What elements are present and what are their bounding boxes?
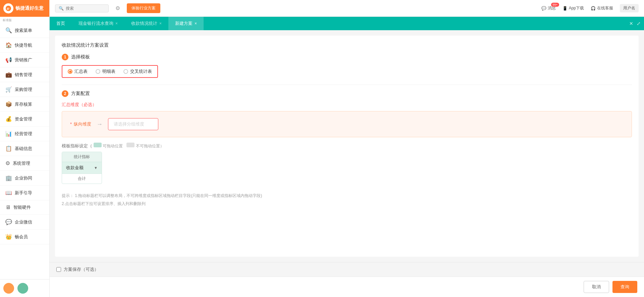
metric-table: 统计指标 收款金额 ▼ 合计: [62, 152, 102, 184]
sidebar-item-cooperation[interactable]: 🏢 企业协同: [0, 171, 49, 186]
member-icon: 👑: [5, 234, 12, 240]
radio-summary[interactable]: [68, 69, 72, 74]
tab-new-plan-close[interactable]: ×: [195, 21, 197, 26]
user-avatar2[interactable]: [17, 283, 28, 294]
trial-button[interactable]: 体验行业方案: [127, 3, 160, 13]
sidebar-item-hardware[interactable]: 🖥 智能硬件: [0, 200, 49, 215]
template-options: 汇总表 明细表 交叉统计表: [62, 65, 158, 78]
notification-item[interactable]: 💬 消息 99+: [541, 5, 556, 11]
search-icon: 🔍: [5, 27, 12, 34]
arrow-icon: →: [97, 121, 103, 128]
step2-header: 2 方案配置: [62, 90, 632, 97]
template-detail[interactable]: 明细表: [96, 68, 115, 75]
sidebar-item-system[interactable]: ⚙ 系统管理: [0, 156, 49, 171]
sidebar-item-purchase[interactable]: 🛒 采购管理: [0, 82, 49, 97]
sidebar-item-marketing[interactable]: 📢 营销推广: [0, 53, 49, 67]
step1-title: 选择模板: [71, 54, 90, 60]
edition-badge: 标准版: [0, 17, 49, 23]
radio-cross[interactable]: [123, 69, 128, 74]
sidebar-item-nav[interactable]: 🏠 快捷导航: [0, 38, 49, 53]
sales-icon: 💼: [5, 71, 12, 78]
sidebar-item-label: 销售管理: [15, 72, 32, 78]
expand-icon[interactable]: ⤢: [637, 21, 641, 26]
settings-icon[interactable]: ⚙: [115, 5, 120, 11]
sidebar-item-inventory[interactable]: 📦 库存核算: [0, 97, 49, 112]
sidebar-item-label: 企业协同: [15, 175, 32, 181]
sidebar-item-basic-info[interactable]: 📋 基础信息: [0, 141, 49, 156]
save-checkbox[interactable]: [56, 267, 61, 272]
tab-home[interactable]: 首页: [50, 17, 72, 30]
nav-tabs: 首页 现金银行流水查询 × 收款情况统计 × 新建方案 × ✕ ⤢: [50, 17, 644, 30]
marketing-icon: 📢: [5, 57, 12, 63]
sidebar-item-management[interactable]: 📊 经营管理: [0, 127, 49, 141]
template-detail-label: 明细表: [102, 68, 115, 75]
online-support-label: 在线客服: [597, 5, 613, 11]
dropdown-icon[interactable]: ▼: [94, 166, 98, 170]
query-button[interactable]: 查询: [612, 281, 637, 293]
template-summary[interactable]: 汇总表: [68, 68, 88, 75]
search-icon-topbar: 🔍: [59, 6, 64, 11]
radio-detail[interactable]: [96, 69, 100, 74]
metric-cell-label: 收款金额: [66, 165, 84, 171]
hardware-icon: 🖥: [5, 204, 11, 210]
inventory-icon: 📦: [5, 101, 12, 107]
tab-new-plan-label: 新建方案: [175, 20, 193, 27]
tab-collection-stats[interactable]: 收款情况统计 ×: [124, 17, 168, 30]
search-input[interactable]: [66, 6, 106, 11]
info-icon: 📋: [5, 145, 12, 152]
tab-bank-flow[interactable]: 现金银行流水查询 ×: [72, 17, 124, 30]
step1-section: 1 选择模板 汇总表 明细表: [62, 54, 632, 78]
svg-text:好: 好: [6, 7, 10, 10]
tab-collection-stats-label: 收款情况统计: [131, 20, 157, 27]
tip1: 提示： 1.拖动标题栏可以调整布局，不可跨维度或指标区域拖动栏目字段(只能在同一…: [62, 192, 632, 200]
dimension-row: * 纵向维度 → 请选择分组维度: [70, 118, 624, 130]
step2-number: 2: [62, 90, 68, 97]
metric-cell-amount[interactable]: 收款金额 ▼: [62, 162, 102, 174]
close-all-icon[interactable]: ✕: [629, 21, 633, 26]
cancel-button[interactable]: 取消: [584, 281, 609, 293]
sidebar-item-search[interactable]: 🔍 搜索菜单: [0, 23, 49, 38]
sidebar-item-wechat[interactable]: 💬 企业微信: [0, 215, 49, 230]
online-support-item[interactable]: 🎧 在线客服: [591, 5, 613, 11]
support-icon: 🎧: [591, 6, 596, 11]
page-card: 收款情况统计方案设置 1 选择模板 汇总表 明细表: [55, 36, 639, 257]
app-logo: 好 畅捷通好生意: [0, 0, 49, 17]
tab-new-plan[interactable]: 新建方案 ×: [168, 17, 204, 30]
topbar-right: 💬 消息 99+ 📱 App下载 🎧 在线客服 用户名: [541, 4, 639, 12]
cooperation-icon: 🏢: [5, 175, 12, 181]
required-mark: *: [70, 121, 72, 127]
search-box[interactable]: 🔍: [55, 4, 109, 12]
sidebar-item-finance[interactable]: 💰 资金管理: [0, 112, 49, 127]
sidebar-item-label: 资金管理: [15, 116, 32, 122]
purchase-icon: 🛒: [5, 86, 12, 93]
dimension-label-text: 汇总维度（必选）: [62, 102, 97, 107]
dimension-select[interactable]: 请选择分组维度: [108, 118, 158, 130]
sidebar-item-guide[interactable]: 📖 新手引导: [0, 186, 49, 200]
sidebar-item-label: 企业微信: [15, 219, 32, 225]
nav-tabs-actions: ✕ ⤢: [629, 21, 644, 26]
management-icon: 📊: [5, 131, 12, 137]
dimension-config-label: 汇总维度（必选）: [62, 102, 632, 108]
metric-header: 统计指标: [62, 152, 102, 162]
page-content: 收款情况统计方案设置 1 选择模板 汇总表 明细表: [50, 30, 644, 262]
hint-nondraggable-box: [126, 143, 135, 147]
template-cross-label: 交叉统计表: [130, 68, 152, 75]
tab-bank-flow-close[interactable]: ×: [115, 21, 118, 26]
username-display: 用户名: [623, 6, 635, 10]
sidebar-item-sales[interactable]: 💼 销售管理: [0, 67, 49, 82]
save-section: 方案保存（可选）: [50, 262, 644, 277]
app-download-label: App下载: [569, 5, 584, 11]
template-cross[interactable]: 交叉统计表: [123, 68, 152, 75]
sidebar-item-member[interactable]: 👑 畅会员: [0, 230, 49, 244]
guide-icon: 📖: [5, 190, 12, 196]
user-info[interactable]: 用户名: [620, 4, 639, 12]
tip2: 2.点击标题栏下拉可设置排序、插入列和删除列: [62, 200, 632, 208]
dimension-placeholder: 请选择分组维度: [114, 121, 144, 127]
tab-collection-stats-close[interactable]: ×: [159, 21, 162, 26]
app-download-item[interactable]: 📱 App下载: [562, 5, 584, 11]
vertical-dimension-label: * 纵向维度: [70, 121, 91, 127]
metric-subtotal: 合计: [62, 174, 102, 184]
sidebar: 好 畅捷通好生意 标准版 🔍 搜索菜单 🏠 快捷导航 📢 营销推广 💼 销售管理…: [0, 0, 50, 297]
logo-icon: 好: [3, 3, 13, 13]
user-avatar[interactable]: [3, 283, 14, 294]
